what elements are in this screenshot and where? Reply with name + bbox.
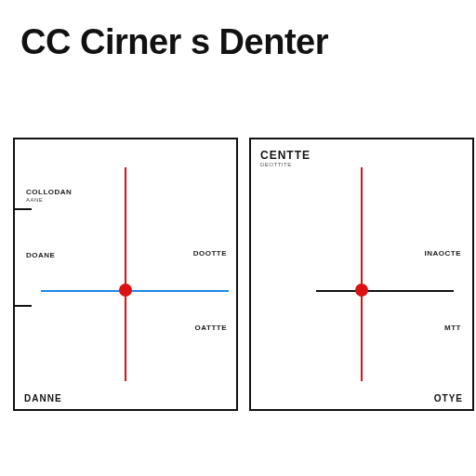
center-dot: [355, 284, 368, 297]
tick-mark: [15, 208, 32, 210]
vertical-axis: [125, 167, 126, 381]
panel-left-footer: DANNE: [24, 393, 62, 403]
label-top-right: DOOTTE: [193, 249, 227, 258]
panel-right-footer: OTYE: [434, 393, 463, 403]
tick-mark: [15, 305, 32, 307]
panel-right: CENTTE DEOTTITE INAOCTE MTT OTYE: [249, 138, 474, 411]
label-top-left-sub: AANE: [26, 197, 43, 203]
center-dot: [119, 284, 132, 297]
label-top-left: COLLODAN: [26, 188, 72, 196]
horizontal-axis: [316, 290, 454, 292]
horizontal-axis: [41, 290, 229, 292]
label-top-right: INAOCTE: [425, 249, 462, 258]
panel-right-heading: CENTTE: [260, 149, 311, 162]
label-mid-left: DOANE: [26, 251, 55, 259]
label-mid-right: MTT: [444, 324, 461, 332]
panel-right-subheading: DEOTTITE: [260, 162, 292, 167]
label-mid-right: OATTTE: [195, 324, 227, 332]
vertical-axis: [361, 167, 363, 381]
panel-left: COLLODAN AANE DOANE DOOTTE OATTTE DANNE: [13, 138, 238, 411]
page-title: CC Cirner s Denter: [20, 22, 328, 62]
